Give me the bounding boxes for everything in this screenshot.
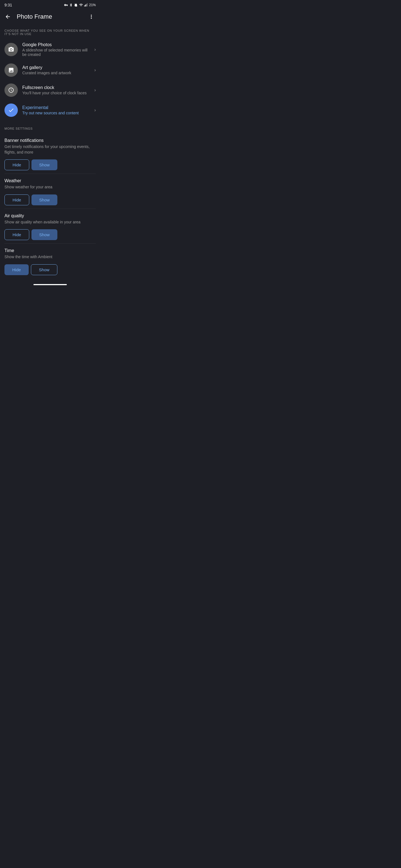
weather-title: Weather bbox=[4, 178, 96, 183]
list-item-fullscreen-clock[interactable]: Fullscreen clock You'll have your choice… bbox=[0, 80, 100, 100]
choose-section-label: CHOOSE WHAT YOU SEE ON YOUR SCREEN WHEN … bbox=[0, 25, 100, 39]
air-quality-toggle: Hide Show bbox=[4, 229, 96, 240]
weather-hide-button[interactable]: Hide bbox=[4, 194, 29, 205]
camera-icon bbox=[8, 46, 14, 53]
mute-icon bbox=[74, 3, 78, 7]
art-gallery-subtitle: Curated images and artwork bbox=[22, 71, 92, 75]
weather-show-button[interactable]: Show bbox=[31, 194, 58, 205]
banner-notifications-title: Banner notifications bbox=[4, 138, 96, 143]
google-photos-icon-container bbox=[4, 43, 18, 56]
signal-icon bbox=[84, 3, 88, 7]
bluetooth-icon bbox=[69, 3, 73, 7]
art-gallery-title: Art gallery bbox=[22, 65, 92, 70]
time-show-button[interactable]: Show bbox=[31, 264, 58, 275]
air-quality-show-button[interactable]: Show bbox=[31, 229, 58, 240]
fullscreen-clock-text: Fullscreen clock You'll have your choice… bbox=[22, 85, 92, 95]
google-photos-chevron: › bbox=[94, 47, 96, 52]
list-item-google-photos[interactable]: Google Photos A slideshow of selected me… bbox=[0, 39, 100, 60]
more-settings-label: MORE SETTINGS bbox=[0, 122, 100, 133]
weather-subtitle: Show weather for your area bbox=[4, 184, 96, 190]
experimental-subtitle: Try out new sources and content bbox=[22, 111, 92, 115]
banner-notifications-show-button[interactable]: Show bbox=[31, 159, 58, 170]
settings-item-air-quality: Air quality Show air quality when availa… bbox=[0, 209, 100, 244]
settings-item-weather: Weather Show weather for your area Hide … bbox=[0, 174, 100, 209]
time-subtitle: Show the time with Ambient bbox=[4, 254, 96, 260]
more-vert-icon bbox=[88, 13, 94, 20]
weather-toggle: Hide Show bbox=[4, 194, 96, 205]
svg-rect-2 bbox=[86, 4, 86, 6]
art-gallery-icon-container bbox=[4, 63, 18, 77]
experimental-chevron: › bbox=[94, 108, 96, 113]
art-gallery-chevron: › bbox=[94, 68, 96, 72]
list-item-experimental[interactable]: Experimental Try out new sources and con… bbox=[0, 100, 100, 120]
status-icons: 21% bbox=[64, 3, 96, 7]
check-icon bbox=[8, 107, 14, 113]
key-icon bbox=[64, 3, 68, 7]
experimental-icon-container bbox=[4, 103, 18, 117]
image-icon bbox=[8, 67, 14, 73]
fullscreen-clock-subtitle: You'll have your choice of clock faces bbox=[22, 91, 92, 95]
clock-icon bbox=[8, 87, 14, 93]
settings-item-time: Time Show the time with Ambient Hide Sho… bbox=[0, 244, 100, 278]
air-quality-title: Air quality bbox=[4, 213, 96, 218]
air-quality-hide-button[interactable]: Hide bbox=[4, 229, 29, 240]
google-photos-subtitle: A slideshow of selected memories will be… bbox=[22, 48, 92, 57]
time-toggle: Hide Show bbox=[4, 264, 96, 275]
time-hide-button[interactable]: Hide bbox=[4, 264, 29, 275]
time-title: Time bbox=[4, 248, 96, 253]
banner-notifications-hide-button[interactable]: Hide bbox=[4, 159, 29, 170]
clock-icon-container bbox=[4, 84, 18, 97]
page-title: Photo Frame bbox=[17, 13, 85, 20]
status-bar: 9:31 21% bbox=[0, 0, 100, 9]
fullscreen-clock-chevron: › bbox=[94, 88, 96, 93]
google-photos-title: Google Photos bbox=[22, 42, 92, 47]
app-bar: Photo Frame bbox=[0, 9, 100, 25]
svg-rect-1 bbox=[85, 5, 85, 6]
back-button[interactable] bbox=[1, 10, 15, 23]
svg-rect-3 bbox=[86, 4, 87, 7]
wifi-icon bbox=[79, 3, 83, 7]
svg-rect-0 bbox=[84, 6, 85, 7]
experimental-title: Experimental bbox=[22, 105, 92, 110]
status-time: 9:31 bbox=[4, 3, 12, 7]
home-indicator bbox=[33, 284, 67, 285]
experimental-text: Experimental Try out new sources and con… bbox=[22, 105, 92, 115]
settings-item-banner-notifications: Banner notifications Get timely notifica… bbox=[0, 133, 100, 174]
battery-level: 21% bbox=[89, 3, 96, 7]
bottom-bar bbox=[0, 281, 100, 287]
google-photos-text: Google Photos A slideshow of selected me… bbox=[22, 42, 92, 57]
list-item-art-gallery[interactable]: Art gallery Curated images and artwork › bbox=[0, 60, 100, 80]
svg-rect-4 bbox=[87, 3, 88, 7]
air-quality-subtitle: Show air quality when available in your … bbox=[4, 219, 96, 225]
more-settings-section: MORE SETTINGS Banner notifications Get t… bbox=[0, 120, 100, 278]
back-icon bbox=[5, 13, 11, 20]
art-gallery-text: Art gallery Curated images and artwork bbox=[22, 65, 92, 75]
fullscreen-clock-title: Fullscreen clock bbox=[22, 85, 92, 90]
more-options-button[interactable] bbox=[85, 10, 98, 23]
banner-notifications-subtitle: Get timely notifications for your upcomi… bbox=[4, 144, 96, 155]
banner-notifications-toggle: Hide Show bbox=[4, 159, 96, 170]
